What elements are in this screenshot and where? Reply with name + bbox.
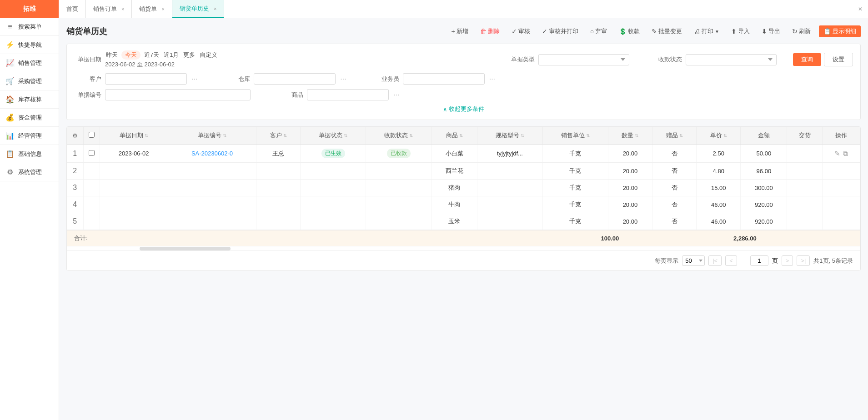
edit-icon-0[interactable]: ✎: [834, 150, 840, 158]
print-button[interactable]: 🖨 打印 ▼: [690, 25, 723, 37]
main-area: 首页 销售订单 × 销货单 × 销货单历史 × ✕ 销货单历史 + 新增: [59, 0, 868, 420]
export-button[interactable]: ⬇ 导出: [758, 25, 784, 37]
select-all-checkbox[interactable]: [89, 132, 95, 138]
th-goods[interactable]: 商品⇅: [431, 127, 477, 145]
row-checkbox-1[interactable]: [83, 163, 100, 180]
date-yesterday[interactable]: 昨天: [105, 51, 119, 59]
doc-no-link-0[interactable]: SA-20230602-0: [191, 150, 233, 157]
sort-qty-icon: ⇅: [635, 133, 638, 138]
warehouse-dots[interactable]: ···: [340, 75, 346, 83]
sidebar-item-ops-mgmt[interactable]: 📊 经营管理: [0, 127, 59, 145]
row-qty-3: 20.00: [608, 196, 652, 213]
filter-row-2: 客户 ··· 仓库 ··· 业务员 ···: [74, 73, 853, 85]
sales-person-input[interactable]: [403, 73, 485, 85]
audit-button[interactable]: ✓ 审核: [508, 25, 534, 37]
tab-sales-history[interactable]: 销货单历史 ×: [172, 0, 224, 18]
th-checkbox[interactable]: [83, 127, 100, 145]
scrollbar-thumb[interactable]: [140, 247, 231, 250]
row-price-4: 46.00: [697, 213, 741, 230]
abandon-button[interactable]: ○ 弃审: [587, 25, 611, 37]
th-qty[interactable]: 数量⇅: [608, 127, 652, 145]
sales-person-dots[interactable]: ···: [489, 75, 495, 83]
doc-type-select[interactable]: [538, 54, 629, 65]
row-pay-status-2: [366, 180, 431, 196]
query-button[interactable]: 查询: [793, 53, 821, 66]
sort-customer-icon: ⇅: [283, 133, 287, 138]
sidebar-item-purchase-mgmt[interactable]: 🛒 采购管理: [0, 72, 59, 90]
sidebar-item-search-menu[interactable]: ≡ 搜索菜单: [0, 18, 59, 36]
date-today[interactable]: 今天: [121, 50, 140, 60]
th-doc-status[interactable]: 单据状态⇅: [301, 127, 366, 145]
th-gear[interactable]: ⚙: [67, 127, 83, 145]
batch-change-icon: ✎: [652, 28, 657, 35]
goods-input[interactable]: [307, 89, 389, 100]
sidebar-item-base-info[interactable]: 📋 基础信息: [0, 145, 59, 163]
th-spec[interactable]: 规格型号⇅: [477, 127, 542, 145]
th-customer[interactable]: 客户⇅: [256, 127, 301, 145]
sidebar-item-sales-mgmt[interactable]: 📈 销售管理: [0, 54, 59, 72]
th-price[interactable]: 单价⇅: [697, 127, 741, 145]
date-7days[interactable]: 近7天: [143, 51, 160, 59]
last-page-button[interactable]: >|: [797, 255, 810, 266]
th-gift[interactable]: 赠品⇅: [652, 127, 697, 145]
row-checkbox-4[interactable]: [83, 213, 100, 230]
footer-total-amount: 2,286.00: [718, 235, 772, 242]
page-number-input[interactable]: [750, 255, 768, 266]
row-no-0[interactable]: SA-20230602-0: [168, 145, 256, 163]
show-detail-button[interactable]: 📋 显示明细: [819, 25, 861, 37]
setting-button[interactable]: 设置: [824, 53, 853, 66]
row-checkbox-2[interactable]: [83, 180, 100, 196]
sidebar-item-capital-mgmt[interactable]: 💰 资金管理: [0, 109, 59, 127]
tab-sales-delivery-close[interactable]: ×: [161, 6, 164, 12]
tab-sales-delivery[interactable]: 销货单 ×: [132, 0, 172, 18]
customer-input[interactable]: [105, 73, 187, 85]
row-customer-1: [256, 163, 301, 180]
row-checkbox-3[interactable]: [83, 196, 100, 213]
goods-dots[interactable]: ···: [393, 91, 399, 99]
th-no[interactable]: 单据编号⇅: [168, 127, 256, 145]
audit-print-button[interactable]: ✓ 审核并打印: [538, 25, 582, 37]
tab-sales-history-close[interactable]: ×: [214, 6, 216, 11]
row-gift-2: 否: [652, 180, 697, 196]
collapse-filter-button[interactable]: ∧ 收起更多条件: [74, 105, 853, 113]
filter-item-doc-type: 单据类型: [507, 54, 629, 65]
page-header: 销货单历史 + 新增 🗑 删除 ✓ 审核 ✓ 审核并打印: [66, 25, 861, 37]
date-more[interactable]: 更多: [182, 51, 196, 59]
batch-change-button[interactable]: ✎ 批量变更: [648, 25, 686, 37]
sidebar-item-quick-nav-label: 快捷导航: [18, 41, 42, 49]
copy-icon-0[interactable]: ⧉: [843, 150, 848, 158]
close-all-tabs[interactable]: ✕: [853, 6, 868, 12]
refresh-button[interactable]: ↻ 刷新: [788, 25, 814, 37]
th-pay-status[interactable]: 收款状态⇅: [366, 127, 431, 145]
doc-no-input[interactable]: [105, 89, 251, 100]
customer-dots[interactable]: ···: [191, 75, 197, 83]
sort-date-icon: ⇅: [145, 133, 148, 138]
sidebar-item-sys-mgmt[interactable]: ⚙ 系统管理: [0, 163, 59, 181]
horizontal-scrollbar[interactable]: [67, 246, 860, 250]
th-unit[interactable]: 销售单位⇅: [542, 127, 608, 145]
delete-button[interactable]: 🗑 删除: [477, 25, 503, 37]
row-goods-3: 牛肉: [431, 196, 477, 213]
payment-button[interactable]: 💲 收款: [615, 25, 643, 37]
sidebar-item-quick-nav[interactable]: ⚡ 快捷导航: [0, 36, 59, 54]
page-size-select[interactable]: 50 10 20 100: [682, 255, 705, 266]
row-customer-3: [256, 196, 301, 213]
date-custom[interactable]: 自定义: [199, 51, 218, 59]
prev-page-button[interactable]: <: [725, 255, 737, 266]
th-date[interactable]: 单据日期⇅: [100, 127, 168, 145]
import-button[interactable]: ⬆ 导入: [728, 25, 753, 37]
sidebar-item-inventory[interactable]: 🏠 库存核算: [0, 90, 59, 109]
tab-sales-order[interactable]: 销售订单 ×: [86, 0, 132, 18]
row-gift-0: 否: [652, 145, 697, 163]
row-checkbox-0[interactable]: [83, 145, 100, 163]
pay-status-select[interactable]: [686, 54, 777, 65]
next-page-button[interactable]: >: [782, 255, 793, 266]
date-1month[interactable]: 近1月: [163, 51, 180, 59]
add-button[interactable]: + 新增: [447, 25, 472, 37]
tab-home[interactable]: 首页: [59, 0, 86, 18]
row-gift-3: 否: [652, 196, 697, 213]
warehouse-input[interactable]: [254, 73, 336, 85]
tab-sales-order-close[interactable]: ×: [121, 6, 124, 12]
first-page-button[interactable]: |<: [708, 255, 722, 266]
row-doc-status-2: [301, 180, 366, 196]
